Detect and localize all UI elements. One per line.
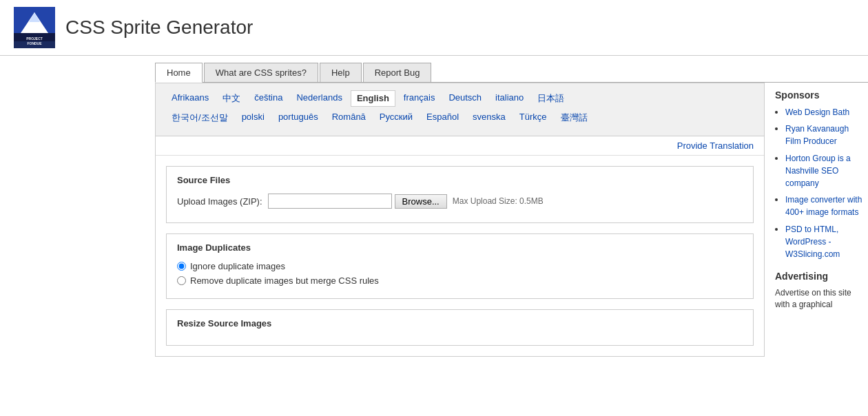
radio-ignore-input[interactable]	[177, 262, 186, 271]
tab-report-bug[interactable]: Report Bug	[363, 63, 432, 82]
outer-content: Afrikaans 中文 čeština Nederlands English …	[155, 83, 868, 357]
upload-label: Upload Images (ZIP):	[177, 196, 262, 207]
lang-czech[interactable]: čeština	[249, 90, 288, 107]
lang-dutch[interactable]: Nederlands	[291, 90, 348, 107]
language-row-2: 한국어/조선말 polski português Română Русский …	[166, 110, 754, 126]
sponsor-link-3[interactable]: Horton Group is a Nashville SEO company	[785, 154, 851, 188]
sponsor-list: Web Design Bath Ryan Kavanaugh Film Prod…	[775, 106, 865, 260]
upload-note: Max Upload Size: 0.5MB	[453, 196, 544, 206]
lang-japanese[interactable]: 日本語	[532, 90, 570, 107]
browse-button[interactable]: Browse...	[395, 194, 447, 209]
lang-romanian[interactable]: Română	[327, 110, 371, 126]
lang-taiwanese[interactable]: 臺灣話	[555, 110, 593, 126]
tabs-bar: Home What are CSS sprites? Help Report B…	[155, 56, 868, 83]
language-row-1: Afrikaans 中文 čeština Nederlands English …	[166, 90, 754, 107]
lang-spanish[interactable]: Español	[421, 110, 464, 126]
sponsor-item-4: Image converter with 400+ image formats	[785, 194, 865, 218]
sponsors-title: Sponsors	[775, 90, 865, 101]
upload-field-row: Upload Images (ZIP): Browse... Max Uploa…	[177, 194, 743, 209]
right-sidebar: Sponsors Web Design Bath Ryan Kavanaugh …	[772, 83, 868, 357]
resize-title: Resize Source Images	[177, 318, 743, 329]
radio-ignore-duplicates: Ignore duplicate images	[177, 261, 743, 271]
radio-remove-input[interactable]	[177, 276, 186, 285]
lang-english[interactable]: English	[351, 90, 395, 107]
tab-what-are-css-sprites[interactable]: What are CSS sprites?	[204, 63, 318, 82]
radio-remove-label: Remove duplicate images but merge CSS ru…	[190, 275, 379, 286]
lang-french[interactable]: français	[398, 90, 441, 107]
radio-ignore-label: Ignore duplicate images	[190, 261, 285, 271]
lang-turkish[interactable]: Türkçe	[514, 110, 552, 126]
lang-chinese[interactable]: 中文	[217, 90, 246, 107]
file-input[interactable]	[268, 194, 392, 209]
sponsor-link-2[interactable]: Ryan Kavanaugh Film Producer	[785, 124, 849, 146]
lang-swedish[interactable]: svenska	[467, 110, 511, 126]
tab-home[interactable]: Home	[155, 63, 203, 83]
sponsor-link-4[interactable]: Image converter with 400+ image formats	[785, 195, 862, 217]
advertising-text: Advertise on this site with a graphical	[775, 287, 865, 311]
sponsor-item-5: PSD to HTML, WordPress - W3Slicing.com	[785, 223, 865, 261]
sponsor-item-3: Horton Group is a Nashville SEO company	[785, 152, 865, 190]
provide-translation-row: Provide Translation	[156, 136, 764, 156]
resize-section: Resize Source Images	[166, 309, 754, 346]
language-bar: Afrikaans 中文 čeština Nederlands English …	[156, 83, 764, 136]
sponsor-link-1[interactable]: Web Design Bath	[785, 107, 849, 117]
tab-help[interactable]: Help	[320, 63, 362, 82]
lang-italian[interactable]: italiano	[490, 90, 529, 107]
advertising-section: Advertising Advertise on this site with …	[775, 271, 865, 311]
svg-text:FONDUE: FONDUE	[27, 41, 42, 45]
lang-polish[interactable]: polski	[236, 110, 270, 126]
logo: PROJECT FONDUE	[14, 7, 55, 48]
header: PROJECT FONDUE CSS Sprite Generator	[0, 0, 868, 56]
site-title: CSS Sprite Generator	[65, 17, 253, 39]
image-duplicates-section: Image Duplicates Ignore duplicate images…	[166, 233, 754, 299]
source-files-title: Source Files	[177, 175, 743, 185]
lang-portuguese[interactable]: português	[273, 110, 324, 126]
source-files-section: Source Files Upload Images (ZIP): Browse…	[166, 166, 754, 223]
center-panel: Afrikaans 中文 čeština Nederlands English …	[155, 83, 765, 357]
radio-remove-duplicates: Remove duplicate images but merge CSS ru…	[177, 275, 743, 286]
lang-afrikaans[interactable]: Afrikaans	[166, 90, 214, 107]
svg-text:PROJECT: PROJECT	[26, 37, 43, 41]
sponsor-item-1: Web Design Bath	[785, 106, 865, 118]
lang-russian[interactable]: Русский	[374, 110, 418, 126]
sponsor-link-5[interactable]: PSD to HTML, WordPress - W3Slicing.com	[785, 225, 840, 259]
advertising-title: Advertising	[775, 271, 865, 282]
lang-german[interactable]: Deutsch	[443, 90, 487, 107]
lang-korean[interactable]: 한국어/조선말	[166, 110, 234, 126]
provide-translation-link[interactable]: Provide Translation	[677, 141, 754, 151]
image-duplicates-title: Image Duplicates	[177, 242, 743, 253]
sponsor-item-2: Ryan Kavanaugh Film Producer	[785, 123, 865, 147]
